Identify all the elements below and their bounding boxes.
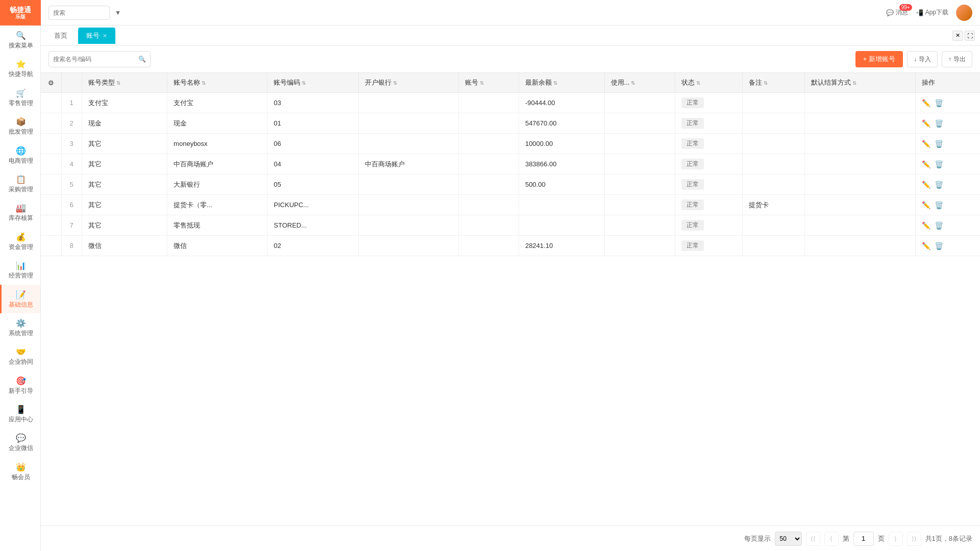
edit-icon[interactable]: ✏️ [922,242,930,250]
user-avatar[interactable] [956,5,972,21]
edit-icon[interactable]: ✏️ [922,119,930,128]
sidebar-item-enterprise-agreement[interactable]: 🤝 企业协同 [0,342,40,370]
header-search-input[interactable] [48,6,110,20]
row-account-type: 其它 [82,195,167,215]
row-account-code: 04 [267,154,358,174]
col-settings[interactable]: ⚙ [41,73,61,93]
table-row: 2 现金 现金 01 547670.00 正常 ✏️ 🗑️ [41,113,980,134]
delete-icon[interactable]: 🗑️ [935,140,943,148]
delete-icon[interactable]: 🗑️ [935,160,943,168]
row-actions: ✏️ 🗑️ [915,174,980,195]
col-account-name[interactable]: 账号名称⇅ [167,73,267,93]
sidebar-item-ecommerce-mgmt[interactable]: 🌐 电商管理 [0,141,40,169]
col-bank[interactable]: 开户银行⇅ [358,73,458,93]
sidebar-item-search-menu[interactable]: 🔍 搜索菜单 [0,26,40,54]
delete-icon[interactable]: 🗑️ [935,119,943,128]
row-actions: ✏️ 🗑️ [915,195,980,215]
window-close-icon[interactable]: ✕ [952,31,963,41]
header-dropdown[interactable]: ▼ [115,9,121,16]
row-bank [358,174,458,195]
row-num-cell: 1 [61,93,82,113]
edit-icon[interactable]: ✏️ [922,181,930,189]
col-usage[interactable]: 使用...⇅ [604,73,675,93]
add-account-button[interactable]: + 新增账号 [855,51,903,67]
row-account-code: 01 [267,113,358,134]
app-logo-text: 畅捷通 乐版 [10,6,31,20]
row-remark [742,134,804,154]
col-default-settlement[interactable]: 默认结算方式⇅ [804,73,915,93]
delete-icon[interactable]: 🗑️ [935,221,943,230]
sidebar-item-enterprise-label: 企业协同 [9,358,33,365]
page-prev-button[interactable]: ⟨ [824,532,839,546]
sidebar-item-purchase-mgmt[interactable]: 📋 采购管理 [0,169,40,198]
sidebar-item-wholesale-mgmt[interactable]: 📦 批发管理 [0,112,40,140]
sidebar-item-quick-nav[interactable]: ⭐ 快捷导航 [0,54,40,83]
row-account-type: 现金 [82,113,167,134]
delete-icon[interactable]: 🗑️ [935,99,943,107]
edit-icon[interactable]: ✏️ [922,160,930,168]
delete-icon[interactable]: 🗑️ [935,181,943,189]
table-row: 1 支付宝 支付宝 03 -90444.00 正常 ✏️ 🗑️ [41,93,980,113]
sidebar-item-fund-mgmt[interactable]: 💰 资金管理 [0,227,40,256]
page-input[interactable] [853,532,874,546]
delete-icon[interactable]: 🗑️ [935,201,943,209]
edit-icon[interactable]: ✏️ [922,99,930,107]
window-maximize-icon[interactable]: ⛶ [965,31,975,41]
col-status[interactable]: 状态⇅ [675,73,742,93]
row-remark [742,113,804,134]
export-button[interactable]: ↑ 导出 [942,51,972,67]
search-input[interactable] [53,56,136,63]
row-account-code: 05 [267,174,358,195]
sidebar: 畅捷通 乐版 🔍 搜索菜单 ⭐ 快捷导航 🛒 零售管理 📦 批发管理 🌐 电商管… [0,0,41,551]
app-logo[interactable]: 畅捷通 乐版 [0,0,41,26]
app-download-button[interactable]: 📲 App下载 [916,8,948,17]
col-remark[interactable]: 备注⇅ [742,73,804,93]
col-account-type[interactable]: 账号类型⇅ [82,73,167,93]
edit-icon[interactable]: ✏️ [922,140,930,148]
sidebar-item-new-guide[interactable]: 🎯 新手引导 [0,371,40,399]
sidebar-item-enterprise-wechat[interactable]: 💬 企业微信 [0,428,40,457]
import-button[interactable]: ↓ 导入 [907,51,938,67]
col-account[interactable]: 账号⇅ [458,73,519,93]
sidebar-item-basic-info[interactable]: 📝 基础信息 [0,285,40,313]
status-badge: 正常 [681,179,704,190]
toolbar-left: 🔍 [48,51,151,67]
edit-icon[interactable]: ✏️ [922,221,930,230]
delete-icon[interactable]: 🗑️ [935,242,943,250]
page-first-button[interactable]: ⟨⟨ [806,532,820,546]
tab-home[interactable]: 首页 [46,28,76,44]
row-latest-balance [519,215,604,236]
sidebar-item-sys-mgmt[interactable]: ⚙️ 系统管理 [0,313,40,342]
row-latest-balance: 28241.10 [519,236,604,256]
row-usage [604,134,675,154]
row-settings-cell [41,154,61,174]
row-account-name: 现金 [167,113,267,134]
sidebar-item-business-mgmt[interactable]: 📊 经营管理 [0,256,40,284]
main-content: ▼ 💬 消息 99+ 📲 App下载 首页 账号 ✕ [41,0,980,551]
header-left: ▼ [48,6,121,20]
col-account-code[interactable]: 账号编码⇅ [267,73,358,93]
message-badge: 99+ [899,4,912,11]
sidebar-item-member[interactable]: 👑 畅会员 [0,457,40,486]
page-size-select[interactable]: 50 10 20 100 [775,532,802,546]
page-last-button[interactable]: ⟩⟩ [907,532,921,546]
row-settings-cell [41,174,61,195]
sidebar-item-retail-mgmt[interactable]: 🛒 零售管理 [0,83,40,112]
tab-account-close-icon[interactable]: ✕ [103,33,107,39]
tab-account[interactable]: 账号 ✕ [78,28,115,44]
row-status: 正常 [675,236,742,256]
edit-icon[interactable]: ✏️ [922,201,930,209]
search-icon[interactable]: 🔍 [138,56,146,63]
row-latest-balance: 10000.00 [519,134,604,154]
col-row-num [61,73,82,93]
sidebar-item-app-center[interactable]: 📱 应用中心 [0,399,40,428]
row-actions: ✏️ 🗑️ [915,93,980,113]
row-latest-balance: 383866.00 [519,154,604,174]
message-button[interactable]: 💬 消息 99+ [886,8,908,17]
col-latest-balance[interactable]: 最新余额⇅ [519,73,604,93]
row-account-code: PICKUPC... [267,195,358,215]
sidebar-item-inventory[interactable]: 🏭 库存核算 [0,198,40,227]
table-row: 7 其它 零售抵现 STORED... 正常 ✏️ 🗑️ [41,215,980,236]
row-remark [742,174,804,195]
page-next-button[interactable]: ⟩ [889,532,903,546]
